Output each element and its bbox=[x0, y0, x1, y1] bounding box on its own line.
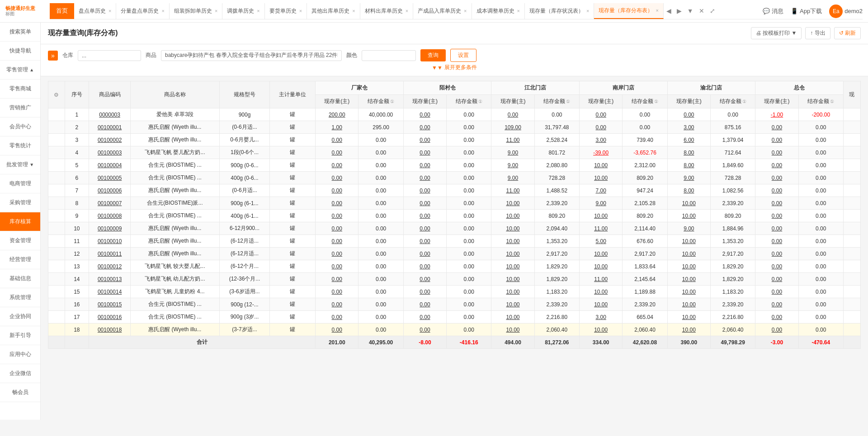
sidebar-item-finance[interactable]: 资金管理 bbox=[0, 231, 40, 250]
table-cell[interactable]: 3.00 bbox=[667, 121, 710, 134]
sidebar-item-basic[interactable]: 基础信息 bbox=[0, 269, 40, 288]
sidebar-item-system[interactable]: 系统管理 bbox=[0, 288, 40, 307]
table-cell[interactable]: 9.00 bbox=[580, 197, 623, 210]
product-code-cell[interactable]: 00100004 bbox=[89, 159, 131, 172]
table-cell[interactable]: 10.00 bbox=[580, 323, 623, 336]
table-cell[interactable]: 10.00 bbox=[580, 286, 623, 298]
sidebar-item-shortcut[interactable]: 快捷导航 bbox=[0, 42, 40, 61]
table-cell[interactable]: 10.00 bbox=[667, 248, 710, 260]
product-code-cell[interactable]: 00100006 bbox=[89, 184, 131, 197]
product-code-cell[interactable]: 00100013 bbox=[89, 273, 131, 286]
table-cell[interactable]: 11.00 bbox=[580, 222, 623, 235]
table-cell[interactable]: 1.00 bbox=[316, 121, 359, 134]
refresh-btn[interactable]: ↺ 刷新 bbox=[834, 27, 861, 39]
tab-prev-btn[interactable]: ◀ bbox=[664, 3, 674, 19]
table-cell[interactable]: 10.00 bbox=[667, 260, 710, 273]
tab-product-in[interactable]: 产成品入库单历史 × bbox=[413, 3, 472, 19]
product-code-cell[interactable]: 00100009 bbox=[89, 222, 131, 235]
tab-expand-btn[interactable]: ⤢ bbox=[707, 3, 718, 19]
table-cell[interactable]: 10.00 bbox=[667, 311, 710, 323]
product-code-cell[interactable]: 00100014 bbox=[89, 286, 131, 298]
tab-close-purchase[interactable]: × bbox=[299, 8, 302, 14]
table-cell[interactable]: 0.00 bbox=[316, 146, 359, 159]
table-cell[interactable]: 0.00 bbox=[755, 134, 798, 146]
tab-material-out[interactable]: 材料出库单历史 × bbox=[360, 3, 413, 19]
table-cell[interactable]: 10.00 bbox=[667, 323, 710, 336]
table-cell[interactable]: 0.00 bbox=[755, 311, 798, 323]
expand-row[interactable]: ▼▼ 展开更多条件 bbox=[48, 62, 861, 71]
tab-combo-split[interactable]: 组装拆卸单历史 × bbox=[170, 3, 222, 19]
table-cell[interactable]: 0.00 bbox=[755, 121, 798, 134]
tab-other-out[interactable]: 其他出库单历史 × bbox=[307, 3, 360, 19]
table-cell[interactable]: 0.00 bbox=[316, 222, 359, 235]
table-cell[interactable]: 0.00 bbox=[755, 222, 798, 235]
table-cell[interactable]: 10.00 bbox=[491, 273, 534, 286]
tab-stock-dist[interactable]: 现存量（库存分布表）× bbox=[594, 3, 663, 19]
table-cell[interactable]: 0.00 bbox=[403, 273, 446, 286]
product-input[interactable] bbox=[161, 50, 342, 61]
tab-next-btn[interactable]: ▶ bbox=[674, 3, 684, 19]
table-cell[interactable]: 9.00 bbox=[667, 172, 710, 184]
table-cell[interactable]: 10.00 bbox=[580, 260, 623, 273]
sidebar-item-retail[interactable]: 零售管理 ▲ bbox=[0, 61, 40, 80]
table-cell[interactable]: 0.00 bbox=[403, 108, 446, 121]
table-cell[interactable]: 0.00 bbox=[667, 108, 710, 121]
table-cell[interactable]: 5.00 bbox=[580, 235, 623, 248]
table-cell[interactable]: 10.00 bbox=[580, 172, 623, 184]
gear-icon[interactable]: ⚙ bbox=[54, 92, 59, 98]
tab-transfer[interactable]: 调拨单历史 × bbox=[222, 3, 264, 19]
product-code-cell[interactable]: 00100012 bbox=[89, 260, 131, 273]
table-cell[interactable]: 0.00 bbox=[316, 184, 359, 197]
table-cell[interactable]: 11.00 bbox=[580, 273, 623, 286]
table-cell[interactable]: 3.00 bbox=[580, 134, 623, 146]
sidebar-item-marketing[interactable]: 营销推广 bbox=[0, 98, 40, 117]
table-cell[interactable]: 10.00 bbox=[491, 210, 534, 222]
table-cell[interactable]: 0.00 bbox=[403, 210, 446, 222]
table-cell[interactable]: -1.00 bbox=[755, 108, 798, 121]
product-code-cell[interactable]: 00100010 bbox=[89, 235, 131, 248]
table-cell[interactable]: 200.00 bbox=[316, 108, 359, 121]
table-cell[interactable]: 10.00 bbox=[491, 248, 534, 260]
table-cell[interactable]: 0.00 bbox=[755, 323, 798, 336]
tab-menu-btn[interactable]: ▼ bbox=[684, 3, 696, 19]
table-cell[interactable]: 10.00 bbox=[580, 210, 623, 222]
sidebar-item-member[interactable]: 会员中心 bbox=[0, 117, 40, 136]
table-cell[interactable]: 10.00 bbox=[580, 298, 623, 311]
product-code-cell[interactable]: 00100015 bbox=[89, 298, 131, 311]
col-settings[interactable]: ⚙ bbox=[48, 81, 65, 108]
zongcang-amt-info[interactable]: ① bbox=[830, 99, 834, 104]
table-cell[interactable]: 0.00 bbox=[580, 121, 623, 134]
table-cell[interactable]: 0.00 bbox=[403, 235, 446, 248]
message-btn[interactable]: 💬 消息 bbox=[763, 7, 783, 15]
table-cell[interactable]: 3.00 bbox=[580, 311, 623, 323]
export-btn[interactable]: ↑ 导出 bbox=[805, 27, 830, 39]
filter-toggle-btn[interactable]: » bbox=[48, 51, 58, 61]
query-btn[interactable]: 查询 bbox=[420, 49, 446, 61]
table-cell[interactable]: 10.00 bbox=[491, 235, 534, 248]
table-cell[interactable]: 0.00 bbox=[316, 298, 359, 311]
table-cell[interactable]: 0.00 bbox=[403, 248, 446, 260]
table-cell[interactable]: 10.00 bbox=[667, 286, 710, 298]
table-cell[interactable]: 0.00 bbox=[316, 235, 359, 248]
table-cell[interactable]: 7.00 bbox=[580, 184, 623, 197]
table-cell[interactable]: 0.00 bbox=[403, 121, 446, 134]
sidebar-item-search[interactable]: 搜索英单 bbox=[0, 23, 40, 42]
product-code-cell[interactable]: 00100003 bbox=[89, 146, 131, 159]
product-code-cell[interactable]: 00100018 bbox=[89, 323, 131, 336]
table-cell[interactable]: 9.00 bbox=[667, 222, 710, 235]
jiangbei-amt-info[interactable]: ① bbox=[566, 99, 570, 104]
table-cell[interactable]: 0.00 bbox=[755, 146, 798, 159]
product-code-cell[interactable]: 00100005 bbox=[89, 172, 131, 184]
table-cell[interactable]: 9.00 bbox=[491, 172, 534, 184]
table-cell[interactable]: 0.00 bbox=[755, 197, 798, 210]
print-btn[interactable]: 🖨 按模板打印 ▼ bbox=[751, 27, 802, 39]
tab-close-split[interactable]: × bbox=[161, 8, 164, 14]
tab-close-product[interactable]: × bbox=[464, 8, 467, 14]
product-code-cell[interactable]: 0000003 bbox=[89, 108, 131, 121]
table-cell[interactable]: 6.00 bbox=[667, 134, 710, 146]
table-cell[interactable]: 0.00 bbox=[316, 260, 359, 273]
settings-btn[interactable]: 设置 bbox=[450, 49, 476, 62]
tab-close-inventory-count[interactable]: × bbox=[108, 8, 111, 14]
tab-split-inventory[interactable]: 分量盘点单历史 × bbox=[116, 3, 169, 19]
table-cell[interactable]: 0.00 bbox=[316, 248, 359, 260]
